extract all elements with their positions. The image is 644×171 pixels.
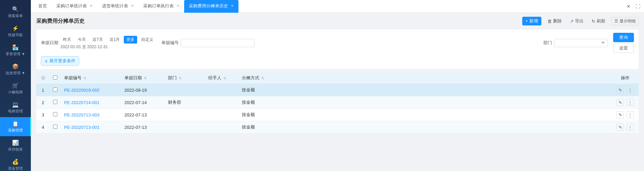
sidebar-item-ecom[interactable]: 💻电商管理 — [0, 98, 31, 117]
more-icon-0[interactable]: ⋮ — [627, 86, 634, 94]
edit-icon-1[interactable]: ✎ — [616, 99, 624, 106]
tab-purchase-order-stats[interactable]: 采购订单统计表✕ — [52, 0, 97, 13]
sidebar-item-inventory[interactable]: 📊库存核算 — [0, 136, 31, 155]
table-body: 1 PE-20220919-002 2022-09-19 按金额 ✎ ⋮ 2 P… — [36, 84, 639, 134]
cell-handler-2 — [205, 109, 238, 121]
sidebar-icon-capital: 💰 — [1, 159, 30, 165]
refresh-icon: ↻ — [592, 19, 595, 24]
sidebar-icon-ecom-small: 🛒 — [1, 82, 30, 89]
sort-split-icon: ⇅ — [261, 76, 264, 80]
delete-icon: 🗑 — [547, 19, 552, 24]
cell-handler-3 — [205, 121, 238, 134]
add-btn[interactable]: + 新增 — [522, 17, 541, 25]
sno-input[interactable] — [181, 39, 255, 47]
sidebar-item-capital[interactable]: 💰资金管理 — [0, 155, 31, 171]
table-row: 2 PE-20220714-001 2022-07-14 财务部 按金额 ✎ ⋮ — [36, 96, 639, 109]
more-icon-2[interactable]: ⋮ — [627, 111, 634, 118]
more-icon-3[interactable]: ⋮ — [627, 123, 634, 131]
sno-link-2[interactable]: PE-20220713-003 — [64, 112, 100, 117]
edit-icon-0[interactable]: ✎ — [616, 86, 624, 94]
sidebar-item-ecom-small[interactable]: 🛒小畅电商 — [0, 79, 31, 98]
date-btn-1[interactable]: 今天 — [75, 36, 89, 44]
export-icon: ↗ — [570, 19, 574, 24]
expand-icon: ∨ — [45, 59, 48, 64]
row-checkbox-0[interactable] — [53, 87, 57, 92]
expand-btn[interactable]: ∨ 展开更多条件 — [41, 56, 79, 66]
sort-handler-icon: ⇅ — [223, 76, 226, 80]
date-btn-3[interactable]: 近1月 — [107, 36, 123, 44]
cell-ops-1: ✎ ⋮ — [612, 96, 639, 109]
sidebar-item-shortcut[interactable]: ⚡快捷导航 — [0, 22, 31, 41]
tab-purchase-cost-history[interactable]: 采购费用分摊单历史✕ — [184, 0, 238, 13]
date-btn-0[interactable]: 昨天 — [60, 36, 74, 44]
edit-icon-3[interactable]: ✎ — [616, 123, 624, 131]
date-btn-2[interactable]: 近7天 — [90, 36, 106, 44]
cell-date-0: 2022-09-19 — [121, 84, 165, 96]
tab-purchase-order-exec[interactable]: 采购订单执行表✕ — [139, 0, 184, 13]
sidebar-label-search: 搜索菜单 — [1, 13, 30, 18]
cell-split-3: 按金额 — [238, 121, 612, 134]
expand-row: ∨ 展开更多条件 — [41, 54, 634, 66]
cell-sno-2: PE-20220713-003 — [61, 109, 121, 121]
sidebar-item-purchase[interactable]: 📋采购管理 — [0, 117, 31, 136]
cell-sno-0: PE-20220919-002 — [61, 84, 121, 96]
sidebar-item-search[interactable]: 🔍搜索菜单 — [0, 3, 31, 22]
more-icon-1[interactable]: ⋮ — [627, 99, 634, 106]
refresh-btn[interactable]: ↻ 刷新 — [590, 17, 607, 25]
cell-check-0 — [50, 84, 61, 96]
date-btn-5[interactable]: 自定义 — [139, 36, 156, 44]
cell-dept-0 — [165, 84, 205, 96]
edit-icon-2[interactable]: ✎ — [616, 111, 624, 118]
tab-close-purchase-cost-history[interactable]: ✕ — [231, 4, 234, 8]
cell-ops-3: ✎ ⋮ — [612, 121, 639, 134]
columns-icon: ☰ — [614, 19, 618, 23]
cell-date-3: 2022-07-13 — [121, 121, 165, 134]
table-row: 1 PE-20220919-002 2022-09-19 按金额 ✎ ⋮ — [36, 84, 639, 96]
sno-link-1[interactable]: PE-20220714-001 — [64, 100, 100, 105]
toolbar: + 新增 🗑 删除 ↗ 导出 ↻ 刷新 ☰ 显示明细 — [522, 17, 639, 25]
th-date[interactable]: 单据日期 ⇅ — [121, 72, 165, 84]
page-header: 采购费用分摊单历史 + 新增 🗑 删除 ↗ 导出 ↻ 刷新 ☰ 显示明细 — [36, 17, 639, 25]
cell-sno-3: PE-20220713-001 — [61, 121, 121, 134]
tab-close-inbound-stats[interactable]: ✕ — [131, 4, 134, 8]
tab-actions: ✕ ⛶ — [625, 3, 641, 10]
tab-bar: 首页采购订单统计表✕进货单统计表✕采购订单执行表✕采购费用分摊单历史✕ ✕ ⛶ — [31, 0, 644, 13]
maximize-btn[interactable]: ⛶ — [635, 3, 641, 10]
th-sno[interactable]: 单据编号 ⇅ — [61, 72, 121, 84]
th-split[interactable]: 分摊方式 ⇅ — [238, 72, 612, 84]
row-checkbox-3[interactable] — [53, 124, 57, 129]
table-row: 3 PE-20220713-003 2022-07-13 按金额 ✎ ⋮ — [36, 109, 639, 121]
select-all-checkbox[interactable] — [53, 75, 57, 80]
th-dept[interactable]: 部门 ⇅ — [165, 72, 205, 84]
th-check — [50, 72, 61, 84]
th-handler[interactable]: 经手人 ⇅ — [205, 72, 238, 84]
dept-label: 部门 — [543, 40, 552, 46]
export-btn[interactable]: ↗ 导出 — [568, 17, 586, 25]
tab-home[interactable]: 首页 — [34, 0, 52, 13]
row-checkbox-2[interactable] — [53, 112, 57, 116]
sort-date-icon: ⇅ — [144, 76, 147, 80]
close-window-btn[interactable]: ✕ — [625, 3, 632, 10]
show-columns-btn[interactable]: ☰ 显示明细 — [611, 17, 639, 25]
sno-link-3[interactable]: PE-20220713-001 — [64, 125, 100, 130]
cell-ops-0: ✎ ⋮ — [612, 84, 639, 96]
delete-btn[interactable]: 🗑 删除 — [545, 17, 564, 25]
row-checkbox-1[interactable] — [53, 100, 57, 104]
dept-select[interactable]: 财务部 — [554, 39, 608, 47]
sidebar-item-retail[interactable]: 🏪零售管理 ▼ — [0, 41, 31, 60]
content-area: 采购费用分摊单历史 + 新增 🗑 删除 ↗ 导出 ↻ 刷新 ☰ 显示明细 — [31, 13, 644, 171]
tab-close-purchase-order-exec[interactable]: ✕ — [176, 4, 179, 8]
sidebar-icon-search: 🔍 — [1, 6, 30, 12]
header-row: ⚙ 单据编号 ⇅ 单据日期 ⇅ — [36, 72, 639, 84]
sidebar-item-wholesale[interactable]: 📦批发管理 ▼ — [0, 60, 31, 79]
sidebar-icon-wholesale: 📦 — [1, 63, 30, 70]
main-table: ⚙ 单据编号 ⇅ 单据日期 ⇅ — [36, 72, 639, 134]
settings-btn[interactable]: 设置 — [613, 44, 634, 53]
query-btn[interactable]: 查询 — [613, 33, 634, 42]
tab-inbound-stats[interactable]: 进货单统计表✕ — [97, 0, 139, 13]
date-btn-4[interactable]: 更多 — [124, 36, 137, 44]
sno-link-0[interactable]: PE-20220919-002 — [64, 88, 100, 93]
gear-icon[interactable]: ⚙ — [41, 75, 45, 81]
cell-dept-2 — [165, 109, 205, 121]
tab-close-purchase-order-stats[interactable]: ✕ — [90, 4, 93, 8]
